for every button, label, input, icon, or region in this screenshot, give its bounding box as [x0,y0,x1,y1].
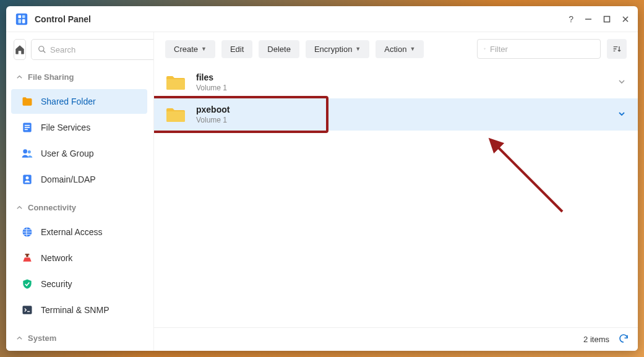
shared-folder-icon [21,95,33,108]
minimize-button[interactable] [585,15,592,23]
sidebar-item-external-access[interactable]: External Access [11,220,147,244]
close-button[interactable] [622,15,629,23]
chevron-down-icon[interactable] [618,78,625,87]
sidebar-item-label: Network [41,253,72,263]
toolbar: Create▼ Edit Delete Encryption▼ Action▼ [154,32,638,66]
folder-location: Volume 1 [196,116,608,124]
svg-point-16 [28,150,31,153]
action-button[interactable]: Action▼ [376,40,424,58]
svg-point-9 [39,46,44,51]
search-icon [38,45,46,54]
edit-button[interactable]: Edit [221,40,252,58]
app-icon [15,12,28,26]
chevron-up-icon [16,335,23,342]
sidebar-item-label: User & Group [41,148,94,158]
filter-icon [484,45,486,53]
encryption-button[interactable]: Encryption▼ [306,40,369,58]
home-button[interactable] [14,39,26,60]
filter-input[interactable] [490,45,594,54]
folder-name: files [196,72,608,82]
folder-list: files Volume 1 pxeboot Volume 1 [154,66,638,327]
svg-rect-4 [22,19,25,23]
delete-button[interactable]: Delete [259,40,299,58]
folder-row[interactable]: files Volume 1 [154,66,638,98]
sidebar-item-domain-ldap[interactable]: Domain/LDAP [11,167,147,192]
svg-rect-12 [25,125,30,126]
folder-icon [165,106,186,123]
section-file-sharing[interactable]: File Sharing [6,66,152,88]
network-icon [21,252,33,264]
folder-meta: files Volume 1 [196,72,608,92]
statusbar: 2 items [154,327,638,351]
svg-rect-6 [604,16,610,22]
help-button[interactable]: ? [569,14,573,24]
home-icon [14,44,25,55]
main-panel: Create▼ Edit Delete Encryption▼ Action▼ [153,32,638,351]
sidebar-item-shared-folder[interactable]: Shared Folder [11,89,147,114]
svg-rect-0 [16,13,27,24]
caret-down-icon: ▼ [410,46,415,52]
refresh-button[interactable] [618,333,629,346]
window-title: Control Panel [35,14,569,24]
sidebar-item-label: Shared Folder [41,97,96,106]
svg-rect-13 [25,127,30,128]
svg-point-18 [26,176,29,179]
sidebar-item-file-services[interactable]: File Services [11,115,147,140]
section-connectivity[interactable]: Connectivity [6,197,152,218]
sidebar: File Sharing Shared Folder File Services… [6,32,153,351]
sidebar-item-terminal-snmp[interactable]: Terminal & SNMP [11,298,147,322]
control-panel-window: Control Panel ? File Sharing [6,6,638,351]
svg-line-22 [496,145,562,212]
shield-icon [21,278,33,290]
sort-icon [612,44,622,54]
caret-down-icon: ▼ [355,46,361,52]
chevron-down-icon[interactable] [618,110,625,119]
caret-down-icon: ▼ [201,46,207,52]
svg-rect-2 [22,15,25,18]
user-group-icon [21,147,33,160]
sidebar-item-label: Security [41,279,72,289]
sidebar-item-label: External Access [41,227,103,237]
folder-row[interactable]: pxeboot Volume 1 [154,98,638,131]
sidebar-item-label: File Services [41,123,90,132]
sidebar-top [6,32,153,66]
svg-rect-14 [25,129,28,131]
create-button[interactable]: Create▼ [165,40,215,58]
maximize-button[interactable] [603,15,611,23]
sidebar-item-network[interactable]: Network [11,246,147,270]
titlebar: Control Panel ? [6,6,638,32]
search-input[interactable] [50,45,154,54]
window-body: File Sharing Shared Folder File Services… [6,32,638,351]
sidebar-item-security[interactable]: Security [11,272,147,296]
svg-rect-3 [19,19,22,23]
file-services-icon [21,121,33,134]
svg-line-10 [43,51,46,53]
section-system[interactable]: System [6,327,152,349]
sidebar-item-label: Domain/LDAP [41,174,96,184]
item-count: 2 items [583,335,609,344]
folder-location: Volume 1 [196,84,608,92]
folder-meta: pxeboot Volume 1 [196,105,608,124]
sidebar-item-user-group[interactable]: User & Group [11,141,147,166]
folder-name: pxeboot [196,105,608,114]
folder-icon [165,74,186,91]
terminal-icon [21,304,33,316]
filter-box[interactable] [477,39,601,59]
svg-rect-1 [19,15,22,18]
sort-button[interactable] [607,39,627,59]
external-access-icon [21,226,33,238]
svg-point-15 [23,149,27,153]
window-controls: ? [569,14,629,24]
search-box[interactable] [31,39,161,60]
sidebar-item-label: Terminal & SNMP [41,305,109,315]
annotation-arrow [488,137,575,224]
svg-rect-21 [23,306,32,314]
domain-ldap-icon [21,173,33,186]
chevron-up-icon [16,204,23,211]
sidebar-nav[interactable]: File Sharing Shared Folder File Services… [6,66,153,351]
chevron-up-icon [16,74,23,80]
